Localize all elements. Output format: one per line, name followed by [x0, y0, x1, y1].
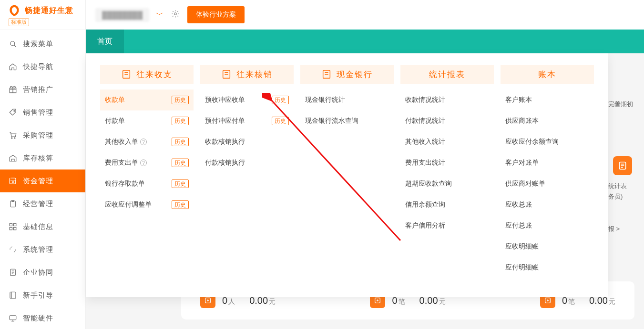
mega-item-1-2[interactable]: 收款核销执行 [200, 131, 294, 152]
sidebar: 畅捷通好生意 标准版 搜索菜单 快捷导航 营销推广 销售管理 采购管理 库存核算… [0, 0, 86, 329]
svg-rect-8 [10, 223, 12, 226]
sidebar-item-label: 搜索菜单 [23, 40, 53, 49]
mega-item-3-2[interactable]: 其他收入统计 [400, 131, 494, 152]
mega-item-4-6[interactable]: 应付总账 [501, 215, 594, 236]
mega-item-3-5[interactable]: 信用余额查询 [400, 194, 494, 215]
mega-item-4-5[interactable]: 应收总账 [501, 194, 594, 215]
sidebar-item-6[interactable]: 资金管理 [0, 169, 85, 192]
help-icon[interactable]: ? [140, 139, 147, 145]
mega-col-title: 账本 [538, 69, 556, 80]
sidebar-item-label: 经营管理 [23, 199, 53, 209]
history-tag[interactable]: 历史 [272, 117, 289, 125]
mega-item-3-0[interactable]: 收款情况统计 [400, 90, 494, 110]
sidebar-item-2[interactable]: 营销推广 [0, 78, 85, 101]
sidebar-nav: 搜索菜单 快捷导航 营销推广 销售管理 采购管理 库存核算 资金管理 经营管理 … [0, 30, 85, 329]
mega-item-2-0[interactable]: 现金银行统计 [300, 90, 394, 110]
mega-col-title: 现金银行 [337, 69, 373, 80]
company-selector[interactable]: ████████ ﹀ [95, 8, 164, 22]
svg-point-5 [12, 181, 14, 183]
stat-unit: 笔 [399, 298, 405, 305]
help-icon[interactable]: ? [140, 160, 147, 166]
mega-item-4-4[interactable]: 供应商对账单 [501, 173, 594, 194]
history-tag[interactable]: 历史 [172, 117, 189, 125]
mega-item-0-3[interactable]: 费用支出单?历史 [100, 152, 194, 173]
right-tail-text[interactable]: 报 > [608, 225, 644, 233]
svg-point-2 [14, 110, 15, 111]
sidebar-item-12[interactable]: 智能硬件 [0, 307, 85, 329]
mega-item-label: 客户对账单 [505, 159, 539, 167]
mega-item-label: 现金银行统计 [305, 96, 345, 104]
tv-icon [9, 314, 17, 322]
home-icon [9, 62, 17, 71]
mega-col-0: 往来收支 收款单历史 付款单历史 其他收入单?历史 费用支出单?历史 银行存取款… [100, 65, 194, 278]
mega-item-0-2[interactable]: 其他收入单?历史 [100, 131, 194, 152]
mega-item-0-4[interactable]: 银行存取款单历史 [100, 173, 194, 194]
mega-menu: 往来收支 收款单历史 付款单历史 其他收入单?历史 费用支出单?历史 银行存取款… [86, 53, 608, 297]
sidebar-item-9[interactable]: 系统管理 [0, 238, 85, 261]
stat-amount-unit: 元 [269, 298, 276, 305]
mega-item-label: 超期应收款查询 [405, 179, 452, 188]
mega-item-4-2[interactable]: 应收应付余额查询 [501, 131, 594, 152]
mega-col-title: 往来核销 [236, 69, 273, 80]
tab-home[interactable]: 首页 [86, 30, 124, 53]
mega-item-4-8[interactable]: 应付明细账 [501, 257, 594, 278]
sidebar-item-5[interactable]: 库存核算 [0, 147, 85, 169]
history-tag[interactable]: 历史 [172, 200, 189, 209]
history-tag[interactable]: 历史 [172, 138, 189, 146]
sidebar-item-label: 库存核算 [23, 154, 53, 163]
svg-rect-13 [10, 292, 16, 299]
sidebar-item-10[interactable]: 企业协同 [0, 261, 85, 284]
mega-item-2-1[interactable]: 现金银行流水查询 [300, 110, 394, 131]
mega-item-3-4[interactable]: 超期应收款查询 [400, 173, 494, 194]
sidebar-item-11[interactable]: 新手引导 [0, 284, 85, 307]
mega-col-header: 现金银行 [300, 65, 394, 84]
sidebar-item-1[interactable]: 快捷导航 [0, 55, 85, 78]
mega-item-label: 客户信用分析 [405, 221, 445, 230]
mega-item-1-3[interactable]: 付款核销执行 [200, 152, 294, 173]
mega-item-4-1[interactable]: 供应商账本 [501, 110, 594, 131]
right-tail-text: 完善期初 [608, 100, 644, 109]
mega-col-4: 账本 客户账本 供应商账本 应收应付余额查询 客户对账单 供应商对账单 应收总账… [501, 65, 594, 278]
mega-item-4-0[interactable]: 客户账本 [501, 90, 594, 110]
mega-item-1-0[interactable]: 预收冲应收单历史 [200, 90, 294, 110]
mega-item-label: 信用余额查询 [405, 200, 445, 209]
mega-col-title: 往来收支 [136, 69, 173, 80]
mega-item-0-1[interactable]: 付款单历史 [100, 110, 194, 131]
mega-item-3-1[interactable]: 付款情况统计 [400, 110, 494, 131]
sidebar-item-8[interactable]: 基础信息 [0, 215, 85, 238]
mega-item-label: 供应商对账单 [505, 179, 545, 188]
history-tag[interactable]: 历史 [172, 96, 189, 104]
book-icon [9, 291, 17, 299]
history-tag[interactable]: 历史 [272, 96, 289, 104]
main-area: ████████ ﹀ 体验行业方案 首页 往来收支 收款单历史 付款单历史 其他… [86, 0, 644, 329]
brand-logo-icon [8, 4, 21, 17]
mega-col-header: 统计报表 [400, 65, 494, 84]
mega-item-label: 现金银行流水查询 [305, 117, 358, 125]
mega-col-items: 现金银行统计 现金银行流水查询 [300, 90, 394, 131]
mega-item-1-1[interactable]: 预付冲应付单历史 [200, 110, 294, 131]
sidebar-item-7[interactable]: 经营管理 [0, 192, 85, 215]
mega-item-0-0[interactable]: 收款单历史 [100, 90, 194, 110]
doc-icon [9, 268, 17, 277]
mega-item-3-3[interactable]: 费用支出统计 [400, 152, 494, 173]
sidebar-item-4[interactable]: 采购管理 [0, 124, 85, 147]
mega-item-label: 收款单 [105, 96, 125, 104]
sidebar-item-0[interactable]: 搜索菜单 [0, 32, 85, 55]
loop-icon [9, 245, 17, 254]
mega-item-0-5[interactable]: 应收应付调整单历史 [100, 194, 194, 215]
gear-icon[interactable] [171, 10, 180, 20]
history-tag[interactable]: 历史 [172, 159, 189, 167]
mega-item-4-7[interactable]: 应收明细账 [501, 236, 594, 257]
right-tail-tile-icon[interactable] [613, 156, 632, 175]
sidebar-item-3[interactable]: 销售管理 [0, 101, 85, 124]
sidebar-item-label: 新手引导 [23, 291, 53, 300]
mega-item-label: 费用支出单? [105, 159, 147, 167]
cta-button[interactable]: 体验行业方案 [187, 6, 245, 23]
gift-icon [9, 85, 17, 94]
clipboard-icon [9, 199, 17, 208]
mega-item-label: 应收总账 [505, 200, 532, 209]
mega-item-3-6[interactable]: 客户信用分析 [400, 215, 494, 236]
history-tag[interactable]: 历史 [172, 179, 189, 188]
right-tail-text: 务员) [608, 192, 644, 201]
mega-item-4-3[interactable]: 客户对账单 [501, 152, 594, 173]
